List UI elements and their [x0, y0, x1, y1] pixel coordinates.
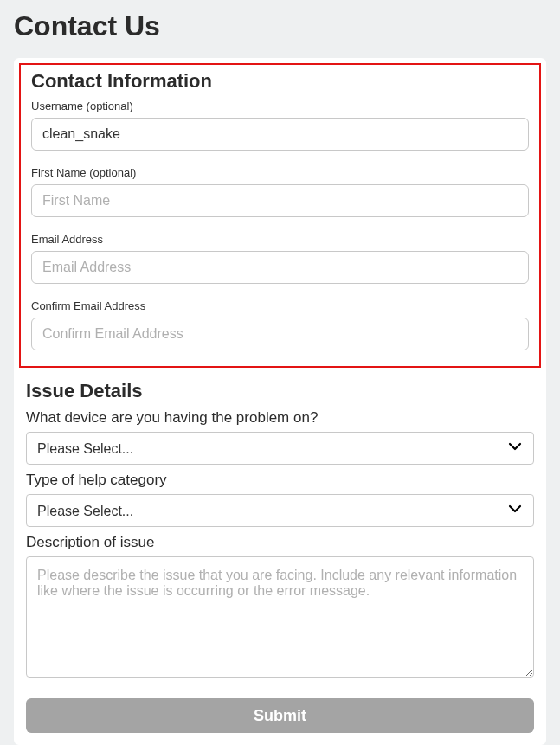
contact-information-section: Contact Information Username (optional) … — [19, 63, 541, 368]
page-title: Contact Us — [14, 10, 546, 42]
submit-button[interactable]: Submit — [26, 698, 534, 733]
contact-form-card: Contact Information Username (optional) … — [14, 58, 546, 745]
confirm-email-group: Confirm Email Address — [31, 299, 529, 350]
confirm-email-label: Confirm Email Address — [31, 299, 529, 312]
email-input[interactable] — [31, 251, 529, 284]
confirm-email-input[interactable] — [31, 318, 529, 350]
device-select[interactable]: Please Select... — [26, 432, 534, 465]
contact-info-heading: Contact Information — [31, 70, 529, 93]
category-select-wrapper: Please Select... — [26, 494, 534, 527]
description-textarea[interactable] — [26, 556, 534, 678]
description-label: Description of issue — [26, 534, 534, 551]
firstname-input[interactable] — [31, 184, 529, 217]
firstname-label: First Name (optional) — [31, 166, 529, 179]
device-label: What device are you having the problem o… — [26, 409, 534, 427]
issue-details-heading: Issue Details — [26, 380, 534, 402]
username-group: Username (optional) — [31, 100, 529, 163]
username-label: Username (optional) — [31, 100, 529, 112]
email-group: Email Address — [31, 233, 529, 296]
device-select-wrapper: Please Select... — [26, 432, 534, 465]
username-input[interactable] — [31, 118, 529, 151]
category-label: Type of help category — [26, 472, 534, 489]
email-label: Email Address — [31, 233, 529, 246]
category-select[interactable]: Please Select... — [26, 494, 534, 527]
firstname-group: First Name (optional) — [31, 166, 529, 229]
